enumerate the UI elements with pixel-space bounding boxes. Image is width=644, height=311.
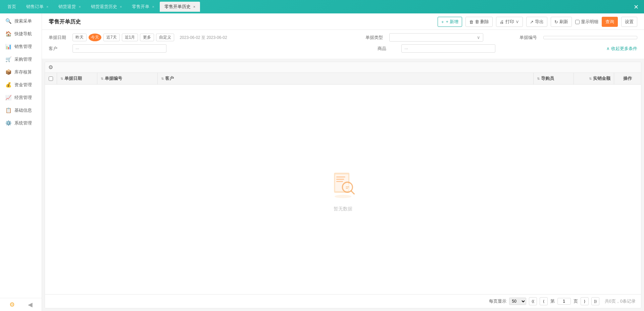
table-header: ⇅ 单据日期 ⇅ 单据编号 ⇅ 客户 ⇅ 导购员 ⇅ 实销金额 (45, 73, 641, 85)
date-btn-today[interactable]: 今天 (89, 34, 101, 41)
per-page-select[interactable]: 50 10 20 100 (509, 298, 526, 305)
prev-page-button[interactable]: ⟨ (540, 297, 548, 305)
pagination: 每页显示 50 10 20 100 ⟨⟨ ⟨ 第 页 ⟩ ⟩⟩ 共0页，0条记录 (45, 294, 641, 308)
col-header-number[interactable]: ⇅ 单据编号 (97, 73, 158, 84)
display-detail-checkbox[interactable]: 显示明细 (575, 19, 598, 25)
sidebar: 🔍 搜索采单 🏠 快捷导航 📊 销售管理 🛒 采购管理 📦 库存核算 💰 资金管… (0, 13, 42, 311)
export-button[interactable]: ↗ 导出 (526, 17, 547, 27)
sidebar-item-system[interactable]: ⚙️ 系统管理 (0, 117, 42, 129)
sidebar-label-inventory: 库存核算 (14, 69, 32, 75)
tab-sales-return-close[interactable]: × (79, 5, 81, 9)
empty-illustration (326, 167, 360, 201)
tab-retail-open-history-label: 零售开单历史 (164, 4, 191, 10)
cart-icon: 🛒 (5, 56, 12, 62)
new-button[interactable]: + + 新增 (438, 17, 462, 27)
goods-dots: ··· (404, 46, 408, 51)
svg-rect-5 (336, 181, 343, 182)
sidebar-label-system: 系统管理 (14, 120, 32, 126)
info-icon: 📋 (5, 107, 12, 113)
sidebar-label-basic-info: 基础信息 (14, 107, 32, 113)
col-header-amount[interactable]: ⇅ 实销金额 (574, 73, 614, 84)
total-text: 共0页，0条记录 (605, 298, 636, 304)
sidebar-item-operations[interactable]: 📈 经营管理 (0, 91, 42, 104)
date-filter-label: 单据日期 (49, 35, 67, 41)
print-button[interactable]: 🖨 打印 ∨ (496, 17, 523, 27)
sidebar-bottom: ⚙ ◀ (0, 298, 42, 311)
sidebar-item-inventory[interactable]: 📦 库存核算 (0, 66, 42, 79)
last-page-button[interactable]: ⟩⟩ (591, 297, 599, 305)
page-suffix: 页 (574, 298, 578, 304)
collapse-up-icon: ∧ (606, 46, 610, 51)
table-toolbar: ⚙ (45, 62, 641, 73)
delete-icon: 🗑 (469, 19, 474, 24)
page-number-input[interactable] (557, 298, 571, 305)
refresh-button[interactable]: ↻ 刷新 (551, 17, 572, 27)
box-icon: 📦 (5, 69, 12, 75)
sidebar-item-quick-nav[interactable]: 🏠 快捷导航 (0, 28, 42, 40)
col-header-customer[interactable]: ⇅ 客户 (158, 73, 534, 84)
number-filter-input[interactable] (543, 36, 637, 39)
tab-sales-order[interactable]: 销售订单 × (21, 2, 53, 12)
window-close-icon[interactable]: ✕ (634, 3, 639, 11)
col-header-salesperson[interactable]: ⇅ 导购员 (534, 73, 574, 84)
date-btn-1month[interactable]: 近1月 (122, 34, 138, 41)
customer-dots: ··· (76, 46, 79, 51)
operations-icon: 📈 (5, 95, 12, 101)
home-icon: 🏠 (5, 31, 12, 37)
settings-bottom-icon[interactable]: ⚙ (9, 301, 15, 308)
query-button[interactable]: 查询 (602, 17, 618, 27)
svg-rect-4 (336, 179, 344, 180)
type-filter-label: 单据类型 (365, 35, 384, 41)
col-header-action: 操作 (614, 73, 641, 84)
new-icon: + (441, 19, 444, 24)
collapse-filter-button[interactable]: ∧ 收起更多条件 (606, 46, 637, 52)
sort-icon: ⇅ (60, 77, 63, 81)
delete-button[interactable]: 🗑 🗑 删除 (465, 17, 493, 27)
number-filter-label: 单据编号 (519, 35, 538, 41)
select-all-checkbox[interactable] (49, 76, 53, 81)
sidebar-label-purchase: 采购管理 (14, 56, 32, 62)
tab-retail-open[interactable]: 零售开单 × (127, 2, 159, 12)
tab-retail-open-history[interactable]: 零售开单历史 × (160, 2, 200, 12)
sidebar-item-search[interactable]: 🔍 搜索采单 (0, 15, 42, 28)
export-icon: ↗ (530, 19, 534, 24)
sidebar-item-purchase[interactable]: 🛒 采购管理 (0, 53, 42, 66)
collapse-sidebar-icon[interactable]: ◀ (28, 301, 33, 308)
tab-retail-open-close[interactable]: × (152, 5, 154, 9)
tab-sales-order-close[interactable]: × (46, 5, 48, 9)
svg-rect-3 (336, 176, 345, 177)
table-settings-icon[interactable]: ⚙ (48, 64, 53, 70)
tab-retail-open-history-close[interactable]: × (193, 5, 195, 9)
date-btn-custom[interactable]: 自定义 (156, 34, 174, 41)
table-container: ⚙ ⇅ 单据日期 ⇅ 单据编号 ⇅ 客户 (45, 62, 641, 308)
goods-filter-input[interactable]: ··· (401, 44, 495, 53)
tab-sales-return-history[interactable]: 销货退货历史 × (86, 2, 127, 12)
sidebar-label-search: 搜索采单 (14, 18, 32, 24)
filter-area: 单据日期 昨天 今天 近7天 近1月 更多 自定义 2023-06-02 至 2… (42, 30, 644, 59)
first-page-button[interactable]: ⟨⟨ (529, 297, 537, 305)
chart-icon: 📊 (5, 44, 12, 50)
next-page-button[interactable]: ⟩ (581, 297, 589, 305)
sidebar-item-sales[interactable]: 📊 销售管理 (0, 40, 42, 53)
sidebar-item-finance[interactable]: 💰 资金管理 (0, 79, 42, 91)
date-btn-more[interactable]: 更多 (140, 34, 154, 41)
tab-sales-return[interactable]: 销货退货 × (54, 2, 85, 12)
customer-filter-label: 客户 (49, 46, 67, 52)
sidebar-label-finance: 资金管理 (14, 82, 32, 88)
empty-text: 暂无数据 (334, 206, 352, 212)
sidebar-item-basic-info[interactable]: 📋 基础信息 (0, 104, 42, 117)
svg-line-8 (351, 191, 354, 194)
settings-button[interactable]: 设置 (621, 17, 637, 27)
date-btn-yesterday[interactable]: 昨天 (72, 34, 87, 41)
tab-sales-return-history-close[interactable]: × (120, 5, 122, 9)
customer-filter-input[interactable]: ··· (72, 44, 166, 53)
sidebar-label-operations: 经营管理 (14, 95, 32, 101)
per-page-label: 每页显示 (489, 298, 506, 304)
col-header-date[interactable]: ⇅ 单据日期 (57, 73, 97, 84)
sort-icon-customer: ⇅ (161, 77, 164, 81)
date-btn-7days[interactable]: 近7天 (103, 34, 120, 41)
type-filter-select[interactable]: ∨ (389, 33, 483, 42)
tab-home-label: 首页 (7, 4, 16, 10)
tab-home[interactable]: 首页 (3, 2, 21, 12)
chevron-down-icon: ∨ (477, 35, 480, 40)
